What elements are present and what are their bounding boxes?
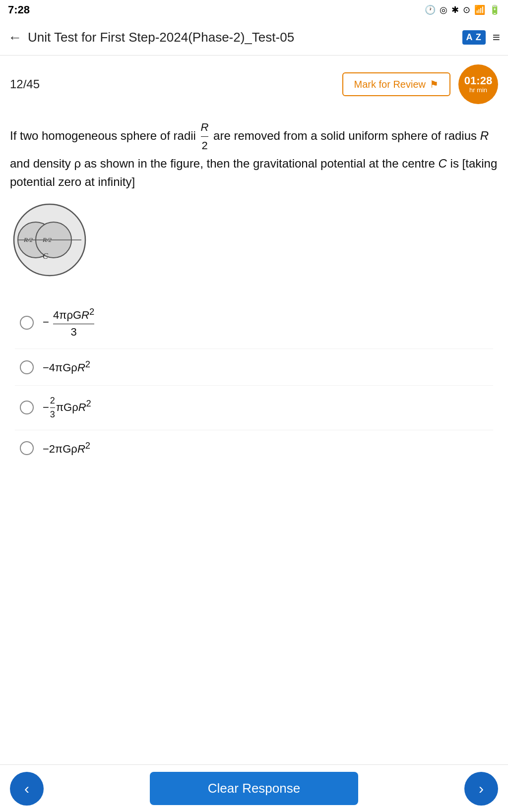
question-text: If two homogeneous sphere of radii R2 ar… [10,119,498,191]
prev-button[interactable]: ‹ [10,772,44,806]
option-d[interactable]: −2πGρR2 [15,430,493,466]
sub-header: 12/45 Mark for Review ⚑ 01:28 hr min [0,56,508,109]
alarm-icon: 🕐 [425,4,436,15]
status-bar: 7:28 🕐 ◎ ✱ ⊙ 📶 🔋 [0,0,508,20]
spacer [0,471,508,530]
question-count: 12/45 [10,77,40,91]
option-a-numerator: 4πρGR2 [53,305,94,324]
fraction-numerator: R [201,119,209,137]
timer-labels: hr min [469,87,487,94]
option-c[interactable]: −23πGρR2 [15,386,493,430]
svg-text:C: C [43,252,48,260]
prev-icon: ‹ [24,780,29,797]
nav-bar: ← Unit Test for First Step-2024(Phase-2)… [0,20,508,56]
option-b[interactable]: −4πGρR2 [15,349,493,385]
option-a-fraction: 4πρGR23 [53,305,94,340]
option-d-label: −2πGρR2 [43,439,90,457]
circle-icon: ◎ [440,4,447,15]
battery-icon: 🔋 [489,4,500,15]
radio-inner-b [23,364,30,371]
question-text-part2: are removed from a solid uniform sphere … [210,129,480,142]
clear-response-button[interactable]: Clear Response [150,772,358,805]
timer-time: 01:28 [464,75,492,87]
option-c-fraction: 23 [50,395,55,421]
settings-icon: ⊙ [463,4,470,15]
radio-inner-d [23,445,30,452]
options-list: − 4πρGR23 −4πGρR2 −23πGρR2 [10,296,498,466]
option-a-denominator: 3 [70,324,76,340]
timer-hours: 01 [464,74,476,87]
option-c-label: −23πGρR2 [43,395,91,421]
page-title: Unit Test for First Step-2024(Phase-2)_T… [28,30,456,45]
question-area: If two homogeneous sphere of radii R2 ar… [0,109,508,471]
fraction-denominator: 2 [201,137,207,154]
radio-inner-c [23,404,30,411]
option-a-label: − 4πρGR23 [43,305,95,340]
bottom-bar: ‹ Clear Response › [0,764,508,812]
radio-inner-a [23,319,30,326]
timer: 01:28 hr min [458,64,498,104]
status-time: 7:28 [8,3,30,16]
radio-c[interactable] [20,401,34,414]
menu-icon[interactable]: ≡ [493,30,500,45]
status-icons: 🕐 ◎ ✱ ⊙ 📶 🔋 [425,4,500,15]
radio-a[interactable] [20,316,34,330]
fraction-r2: R2 [201,119,209,154]
r-symbol: R [480,129,489,142]
az-icon[interactable]: A Z [462,30,486,45]
signal-icon: 📶 [474,4,485,15]
timer-min-label: min [477,86,487,94]
timer-hr-label: hr [469,86,475,94]
mark-review-button[interactable]: Mark for Review ⚑ [342,72,450,96]
radio-b[interactable] [20,360,34,374]
question-text-part3: and density ρ as shown in the figure, th… [10,157,439,170]
next-button[interactable]: › [464,772,498,806]
question-text-part1: If two homogeneous sphere of radii [10,129,199,142]
option-c-denominator: 3 [50,408,55,421]
nav-icons: A Z ≡ [462,30,501,45]
diagram-container: C R/2 R/2 [10,200,498,282]
option-c-numerator: 2 [50,395,55,408]
sphere-diagram: C R/2 R/2 [10,200,89,280]
c-symbol: C [439,157,447,170]
timer-minutes: 28 [480,74,492,87]
back-button[interactable]: ← [8,30,22,46]
mark-review-label: Mark for Review [354,79,426,90]
flag-icon: ⚑ [430,78,439,90]
bluetooth-icon: ✱ [451,4,459,15]
radio-d[interactable] [20,441,34,455]
option-b-label: −4πGρR2 [43,358,90,376]
next-icon: › [479,780,484,797]
option-a[interactable]: − 4πρGR23 [15,296,493,349]
